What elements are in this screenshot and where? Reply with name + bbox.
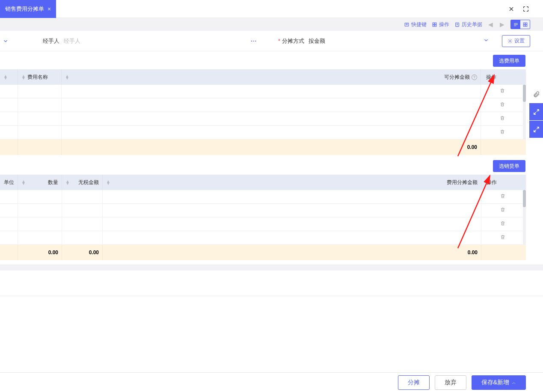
col-unit[interactable]: 单位 [0,175,18,190]
col-expense-name[interactable]: ▲▼ 费用名称 [18,69,62,85]
next-icon[interactable]: ▶ [499,21,505,28]
expense-section: 选费用单 ▲▼ ▲▼ 费用名称 ▲▼ 可分摊金额 ? 操作 0. [0,51,543,155]
discard-button[interactable]: 放弃 [435,375,466,390]
sum-fee: 0.00 [468,249,478,255]
fullscreen-icon[interactable] [522,5,530,13]
sum-notax: 0.00 [89,249,99,255]
col-label: 操作 [487,179,497,186]
chevron-down-icon[interactable] [0,38,13,44]
svg-rect-9 [525,25,527,27]
settings-label: 设置 [514,37,525,45]
svg-point-10 [510,40,511,42]
col-label: 可分摊金额 [444,74,470,81]
table-row [0,231,526,245]
col-label: 费用名称 [27,74,48,81]
prev-icon[interactable]: ◀ [487,21,494,28]
table-row [0,204,526,217]
tab-close-icon[interactable]: × [47,6,51,12]
required-mark: * [278,38,280,44]
expand-icon[interactable] [529,103,543,120]
view-list-icon[interactable] [511,20,520,29]
history-link[interactable]: 历史单据 [454,21,482,28]
shortcut-label: 快捷键 [411,21,427,28]
sum-row: 0.00 0.00 0.00 [0,245,526,260]
col-fee-alloc[interactable]: ▲▼ 费用分摊金额 [103,175,481,190]
handler-input[interactable] [64,38,257,44]
save-new-button[interactable]: 保存&新增 ︿ [472,375,526,390]
table-row [0,126,526,140]
handler-field: 经手人 ··· [43,37,257,45]
sort-icon[interactable]: ▲▼ [21,180,26,184]
svg-rect-7 [525,23,527,24]
trash-icon[interactable] [499,115,505,122]
table-row [0,190,526,204]
table-header: 单位 ▲▼ 数量 ▲▼ 无税金额 ▲▼ 费用分摊金额 操作 [0,175,526,190]
view-grid-icon[interactable] [520,20,530,29]
scrollbar[interactable] [523,190,526,245]
tab-bar: 销售费用分摊单 × [0,0,543,18]
method-label: 分摊方式 [282,37,304,45]
table-row [0,98,526,112]
scrollbar[interactable] [523,85,526,140]
footer-bar: 分摊 放弃 保存&新增 ︿ [0,372,543,392]
trash-icon[interactable] [499,101,505,109]
col-label: 费用分摊金额 [447,179,478,186]
col-label: 数量 [48,179,58,186]
settings-button[interactable]: 设置 [502,35,530,47]
close-icon[interactable] [507,5,516,13]
svg-rect-2 [435,23,436,24]
shortcut-link[interactable]: 快捷键 [404,21,427,28]
view-toggle [510,20,530,29]
col-notax[interactable]: ▲▼ 无税金额 [62,175,103,190]
sort-icon[interactable]: ▲▼ [65,75,69,79]
sort-icon[interactable]: ▲▼ [3,75,8,79]
col-alloc-amount[interactable]: ▲▼ 可分摊金额 ? [62,69,481,85]
expand-icon-2[interactable] [529,121,543,138]
more-icon[interactable]: ··· [251,38,257,44]
col-label: 无税金额 [78,179,99,186]
svg-rect-8 [523,25,525,27]
history-label: 历史单据 [462,21,482,28]
trash-icon[interactable] [499,88,505,95]
tab-title: 销售费用分摊单 [5,5,44,13]
chevron-up-icon: ︿ [512,380,516,386]
right-rail [529,86,543,138]
chevron-down-icon[interactable] [483,37,489,45]
sales-section: 选销货单 单位 ▲▼ 数量 ▲▼ 无税金额 ▲▼ 费用分摊金额 操作 [0,159,543,260]
sort-icon[interactable]: ▲▼ [21,75,26,79]
table-row [0,112,526,126]
trash-icon[interactable] [500,220,506,228]
trash-icon[interactable] [500,234,506,241]
toolbar: 快捷键 操作 历史单据 ◀ ▶ [0,18,543,31]
operate-link[interactable]: 操作 [432,21,449,28]
table-row [0,85,526,98]
blank-area [0,270,543,296]
col-person[interactable]: ▲▼ [0,69,18,85]
method-value[interactable]: 按金额 [309,37,489,45]
form-row: 经手人 ··· * 分摊方式 按金额 设置 [0,31,543,51]
tab-sales-expense[interactable]: 销售费用分摊单 × [0,0,56,18]
select-expense-button[interactable]: 选费用单 [493,55,525,67]
col-label: 操作 [486,74,496,81]
separator [0,264,543,270]
sort-icon[interactable]: ▲▼ [106,180,110,184]
svg-rect-1 [433,23,434,24]
table-header: ▲▼ ▲▼ 费用名称 ▲▼ 可分摊金额 ? 操作 [0,69,526,85]
sort-icon[interactable]: ▲▼ [65,180,70,184]
col-operate: 操作 [481,69,524,85]
trash-icon[interactable] [499,129,505,136]
svg-rect-3 [433,25,434,27]
table-row [0,217,526,231]
svg-rect-4 [435,25,436,27]
col-qty[interactable]: ▲▼ 数量 [18,175,62,190]
operate-label: 操作 [439,21,449,28]
allocate-button[interactable]: 分摊 [398,375,430,390]
select-sales-button[interactable]: 选销货单 [493,160,525,172]
trash-icon[interactable] [500,207,506,214]
sum-row: 0.00 [0,140,526,155]
trash-icon[interactable] [500,193,506,200]
attachment-icon[interactable] [529,86,543,103]
col-operate: 操作 [481,175,524,190]
sales-table: 单位 ▲▼ 数量 ▲▼ 无税金额 ▲▼ 费用分摊金额 操作 0.0 [0,175,526,260]
info-icon[interactable]: ? [472,74,477,80]
